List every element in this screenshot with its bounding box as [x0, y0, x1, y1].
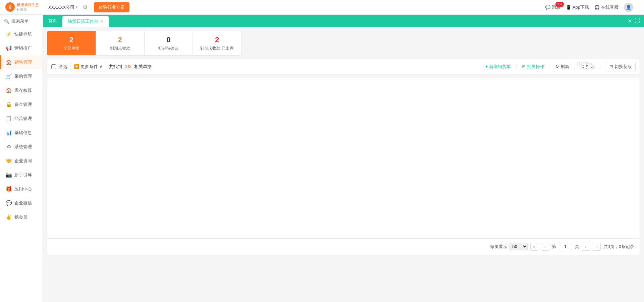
- filter-button[interactable]: 🔽 更多条件 ∨: [70, 62, 106, 71]
- divider: [516, 64, 517, 69]
- online-service-label: 在线客服: [601, 4, 619, 10]
- sidebar-item-quick-nav[interactable]: ⚡ 快捷导航: [0, 27, 43, 41]
- refresh-button[interactable]: ↻ 刷新: [555, 64, 569, 70]
- message-icon: 💬: [545, 5, 550, 10]
- sidebar-item-wechat[interactable]: 💬 企业微信: [0, 196, 43, 210]
- tabbar-controls: ✕ ⛶: [628, 18, 644, 24]
- select-all-checkbox[interactable]: [51, 64, 56, 69]
- found-count: 0条: [125, 64, 131, 70]
- switch-version-button[interactable]: ⊡ 切换新版: [606, 62, 636, 71]
- sidebar-item-label: 应用中心: [14, 186, 32, 192]
- topbar-right: 💬 消息 99+ 📱 App下载 🎧 在线客服 👤: [545, 3, 639, 12]
- sidebar-item-label: 系统管理: [14, 144, 32, 150]
- next-page-button[interactable]: ›: [582, 243, 590, 251]
- sidebar-item-marketing[interactable]: 📢 营销推广: [0, 41, 43, 55]
- tab-close-icon[interactable]: ✕: [100, 19, 103, 24]
- stat-all-label: 全部单据: [53, 46, 90, 51]
- search-menu[interactable]: 🔍 搜索菜单: [0, 15, 43, 27]
- logo-icon: 6: [5, 2, 15, 12]
- sidebar-item-label: 基础信息: [14, 130, 32, 136]
- operations-icon: 📋: [6, 116, 12, 122]
- batch-operation-button[interactable]: ⊞ 批量操作: [522, 64, 544, 70]
- stat-all-number: 2: [53, 35, 90, 45]
- sidebar-item-label: 企业微信: [14, 200, 32, 206]
- company-selector[interactable]: XXXXXX公司 ▾: [48, 4, 78, 10]
- sidebar-item-guide[interactable]: 📷 新手引导: [0, 168, 43, 182]
- sidebar-item-label: 库存核算: [14, 87, 32, 94]
- chevron-down-icon: ▾: [76, 5, 78, 9]
- sidebar-item-label: 资金管理: [14, 102, 32, 108]
- sidebar-item-member[interactable]: ✌ 畅会员: [0, 210, 43, 224]
- sidebar-item-sales[interactable]: 🏠 销售管理: [0, 55, 43, 69]
- member-icon: ✌: [6, 214, 12, 220]
- sidebar-item-basic-info[interactable]: 📊 基础信息: [0, 126, 43, 140]
- tab-home[interactable]: 首页: [43, 15, 62, 27]
- sidebar-item-label: 新手引导: [14, 172, 32, 178]
- print-button[interactable]: 🖨 打印: [580, 64, 595, 70]
- sidebar-item-finance[interactable]: 🔒 资金管理: [0, 98, 43, 112]
- finance-icon: 🔒: [6, 102, 12, 108]
- tab-workbench[interactable]: 钱货日清工作台 ✕: [62, 16, 109, 27]
- new-sale-button[interactable]: + 新增销货单: [485, 64, 511, 70]
- per-page-label: 每页显示: [490, 244, 507, 250]
- stat-overdue-shipped[interactable]: 2 到期未收款 已出库: [193, 31, 241, 55]
- inventory-icon: 🏠: [6, 87, 12, 94]
- online-service-button[interactable]: 🎧 在线客服: [594, 4, 619, 10]
- table-area: [47, 78, 640, 239]
- sidebar-item-purchase[interactable]: 🛒 采购管理: [0, 69, 43, 83]
- sidebar-item-system[interactable]: ⚙ 系统管理: [0, 140, 43, 154]
- sidebar-item-label: 采购管理: [14, 73, 32, 79]
- main-content: 2 全部单据 2 到期未收款 0 旺铺待确认 2 到期未收款 已出库 全选 🔽 …: [43, 27, 644, 302]
- stats-row: 2 全部单据 2 到期未收款 0 旺铺待确认 2 到期未收款 已出库: [47, 31, 241, 56]
- tab-expand-button[interactable]: ⛶: [635, 18, 640, 24]
- last-page-button[interactable]: »: [593, 243, 601, 251]
- logo-name: 畅捷通好生意: [17, 2, 39, 7]
- prev-page-button[interactable]: ‹: [541, 243, 549, 251]
- settings-icon[interactable]: ⚙: [80, 3, 90, 12]
- batch-label: 批量操作: [527, 64, 544, 70]
- divider4: [600, 64, 600, 69]
- avatar[interactable]: 👤: [624, 3, 633, 12]
- filter-label: 更多条件: [80, 64, 98, 70]
- search-menu-label: 搜索菜单: [11, 18, 29, 24]
- message-button[interactable]: 💬 消息 99+: [545, 4, 560, 10]
- toolbar-right: + 新增销货单 ⊞ 批量操作 ↻ 刷新 🖨 打印 ⊡ 切换新版: [485, 62, 636, 71]
- per-page-select[interactable]: 50 100 200: [509, 243, 528, 250]
- page-input[interactable]: [559, 243, 572, 250]
- first-page-button[interactable]: «: [530, 243, 538, 251]
- topbar: 6 畅捷通好生意 标准版 XXXXXX公司 ▾ ⚙ 体验行业方案 💬 消息 99…: [0, 0, 644, 15]
- print-icon: 🖨: [580, 64, 585, 69]
- tab-workbench-label: 钱货日清工作台: [68, 18, 98, 24]
- app-download-button[interactable]: 📱 App下载: [566, 4, 589, 10]
- stat-shipped-number: 2: [198, 35, 236, 45]
- print-label: 打印: [586, 64, 595, 70]
- sidebar-item-operations[interactable]: 📋 经营管理: [0, 112, 43, 126]
- stat-all[interactable]: 2 全部单据: [47, 31, 96, 55]
- sidebar-item-app-center[interactable]: 🎁 应用中心: [0, 182, 43, 196]
- logo: 6 畅捷通好生意 标准版: [5, 2, 46, 12]
- sidebar-item-enterprise[interactable]: 🤝 企业协同: [0, 154, 43, 168]
- sidebar-item-label: 销售管理: [14, 59, 32, 65]
- toolbar-left: 全选 🔽 更多条件 ∨ 共找到 0条 相关单据: [51, 62, 152, 71]
- found-suffix: 相关单据: [134, 64, 152, 70]
- sidebar-item-label: 畅会员: [14, 214, 28, 220]
- trial-button[interactable]: 体验行业方案: [94, 2, 129, 12]
- logo-sub: 标准版: [17, 7, 39, 12]
- stat-shipped-label: 到期未收款 已出库: [198, 46, 236, 51]
- divider3: [575, 64, 575, 69]
- sidebar-item-label: 企业协同: [14, 158, 32, 164]
- toolbar: 全选 🔽 更多条件 ∨ 共找到 0条 相关单据 + 新增销货单 ⊞ 批量操作 ↻: [47, 59, 640, 74]
- company-name: XXXXXX公司: [48, 4, 74, 10]
- divider2: [550, 64, 550, 69]
- tab-close-button[interactable]: ✕: [628, 18, 632, 24]
- stat-overdue-receivable[interactable]: 2 到期未收款: [96, 31, 145, 55]
- select-all-label: 全选: [59, 64, 67, 70]
- switch-icon: ⊡: [609, 64, 613, 69]
- stat-overdue-number: 2: [101, 35, 139, 45]
- sidebar-item-label: 经营管理: [14, 116, 32, 122]
- refresh-icon: ↻: [555, 64, 559, 69]
- sales-icon: 🏠: [6, 59, 12, 65]
- sidebar-item-inventory[interactable]: 🏠 库存核算: [0, 83, 43, 98]
- stat-wangpu-pending[interactable]: 0 旺铺待确认: [145, 31, 193, 55]
- stat-wangpu-label: 旺铺待确认: [150, 46, 187, 51]
